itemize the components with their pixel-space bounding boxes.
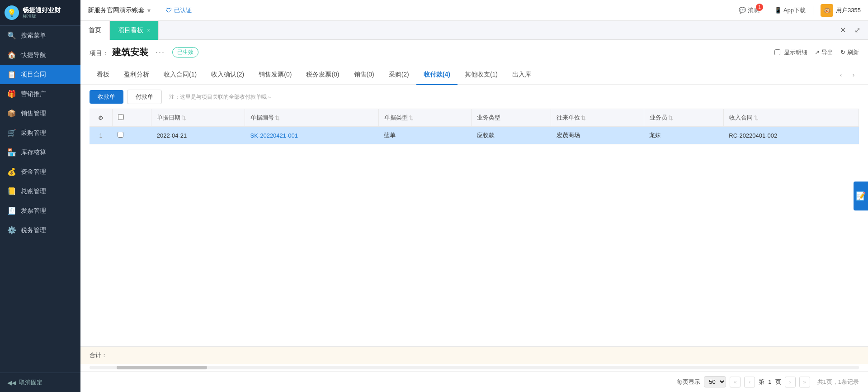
unpin-label: 取消固定 (19, 378, 42, 387)
table-row[interactable]: 1 2022-04-21 SK-20220421-001 蓝单 应收款 宏茂商场… (90, 127, 859, 144)
sub-tab-board[interactable]: 看板 (90, 65, 117, 84)
prev-page-btn[interactable]: ‹ (744, 377, 755, 387)
sub-tab-other-expense[interactable]: 其他收支(1) (458, 65, 505, 84)
sidebar-item-project[interactable]: 📋 项目合同 (0, 65, 80, 84)
sub-tab-sales[interactable]: 销售(0) (347, 65, 382, 84)
content: 项目：建筑安装 ··· 已生效 显示明细 ↗ 导出 ↻ 刷新 (80, 40, 868, 392)
col-code-sort[interactable]: 单据编号 ⇅ (250, 114, 280, 122)
sidebar-item-finance[interactable]: 💰 资金管理 (0, 162, 80, 182)
col-date-sort[interactable]: 单据日期 ⇅ (157, 114, 186, 122)
col-income-contract: 收入合同 ⇅ (723, 109, 859, 127)
sub-tab-profit-label: 盈利分析 (124, 71, 149, 78)
sort-icon2: ⇅ (275, 115, 280, 121)
topbar-dropdown-icon[interactable]: ▾ (147, 7, 151, 14)
receipt-icon: 🧾 (7, 206, 16, 215)
sidebar-item-label: 发票管理 (21, 207, 46, 215)
sidebar-item-inventory[interactable]: 🏪 库存核算 (0, 143, 80, 162)
refresh-btn[interactable]: ↻ 刷新 (840, 48, 859, 57)
row-code-link[interactable]: SK-20220421-001 (250, 132, 298, 139)
select-all-checkbox[interactable] (118, 114, 124, 120)
row-checkbox[interactable] (112, 127, 151, 144)
box-icon: 📦 (7, 109, 16, 118)
logo-sub: 标准版 (23, 14, 61, 19)
window-maximize-btn[interactable]: ⤢ (850, 23, 864, 38)
tab-project-board[interactable]: 项目看板 × (110, 21, 159, 40)
sub-tab-purchase[interactable]: 采购(2) (382, 65, 416, 84)
tab-close-icon[interactable]: × (147, 27, 150, 33)
show-detail-input[interactable] (774, 49, 780, 55)
shield-icon: 🛡 (165, 6, 172, 14)
sidebar-item-search[interactable]: 🔍 搜索菜单 (0, 26, 80, 45)
sub-tab-income-contract-label: 收入合同(1) (164, 71, 197, 78)
topbar-messages[interactable]: 💬 消息 1 (739, 6, 760, 14)
sidebar-item-quick[interactable]: 🏠 快捷导航 (0, 45, 80, 65)
sub-tab-income-confirm[interactable]: 收入确认(2) (204, 65, 251, 84)
fake-scrollbar[interactable] (90, 366, 859, 369)
phone-icon: 📱 (774, 7, 782, 14)
topbar-project: 新服务官网演示账套 ▾ (88, 6, 151, 14)
per-page-select[interactable]: 50 (704, 376, 726, 387)
sub-tab-storage[interactable]: 出入库 (505, 65, 538, 84)
col-settings[interactable]: ⚙ (90, 109, 112, 127)
float-panel-btn[interactable]: 📝 (854, 182, 868, 210)
first-page-btn[interactable]: « (730, 377, 741, 387)
sidebar-item-label: 快捷导航 (21, 51, 46, 59)
scrollbar-thumb[interactable] (117, 366, 207, 369)
sidebar-item-purchase[interactable]: 🛒 采购管理 (0, 123, 80, 143)
topbar-divider (158, 6, 158, 15)
sub-tab-receipt-payment[interactable]: 收付款(4) (416, 65, 458, 84)
settings-icon[interactable]: ⚙ (98, 115, 104, 121)
export-btn[interactable]: ↗ 导出 (815, 48, 833, 57)
ledger-icon: 📒 (7, 187, 16, 196)
sidebar-item-marketing[interactable]: 🎁 营销推广 (0, 84, 80, 104)
project-title: 项目：建筑安装 (90, 46, 148, 58)
project-more-btn[interactable]: ··· (156, 48, 165, 57)
sidebar-item-label: 搜索菜单 (21, 32, 46, 40)
sub-tab-next-btn[interactable]: › (848, 69, 859, 80)
logo-text: 畅捷通好业财 标准版 (23, 6, 61, 19)
money-icon: 💰 (7, 167, 16, 176)
sub-tab-profit[interactable]: 盈利分析 (117, 65, 156, 84)
row-type: 蓝单 (378, 127, 472, 144)
sub-tab-income-contract[interactable]: 收入合同(1) (156, 65, 204, 84)
sidebar-item-invoice[interactable]: 🧾 发票管理 (0, 201, 80, 220)
sidebar-item-sales[interactable]: 📦 销售管理 (0, 104, 80, 123)
pagination-total: 共1页，1条记录 (817, 378, 859, 386)
sidebar-item-label: 采购管理 (21, 129, 46, 137)
col-salesman-sort[interactable]: 业务员 ⇅ (650, 114, 673, 122)
show-detail-label: 显示明细 (784, 48, 807, 57)
col-income-contract-sort[interactable]: 收入合同 ⇅ (729, 114, 759, 122)
sub-tab-tax-invoice[interactable]: 税务发票(0) (299, 65, 346, 84)
row-biz-type: 应收款 (472, 127, 551, 144)
sidebar: 💡 畅捷通好业财 标准版 🔍 搜索菜单 🏠 快捷导航 📋 项目合同 🎁 营销推广… (0, 0, 80, 392)
col-partner-sort[interactable]: 往来单位 ⇅ (557, 114, 586, 122)
col-checkbox[interactable] (112, 109, 151, 127)
tab-home[interactable]: 首页 (80, 21, 110, 40)
sub-tab-prev-btn[interactable]: ‹ (835, 69, 846, 80)
show-detail-checkbox[interactable]: 显示明细 (774, 48, 807, 57)
row-select-checkbox[interactable] (118, 132, 123, 138)
last-page-btn[interactable]: » (799, 377, 810, 387)
project-header: 项目：建筑安装 ··· 已生效 显示明细 ↗ 导出 ↻ 刷新 (80, 40, 868, 65)
sidebar-item-ledger[interactable]: 📒 总账管理 (0, 182, 80, 201)
row-code[interactable]: SK-20220421-001 (245, 127, 379, 144)
sidebar-unpin[interactable]: ◀◀ 取消固定 (0, 373, 80, 392)
payment-btn[interactable]: 付款单 (127, 90, 162, 104)
topbar-right: 💬 消息 1 📱 App下载 🐵 用户3355 (739, 4, 861, 17)
col-type-label: 单据类型 (384, 114, 408, 122)
topbar-user[interactable]: 🐵 用户3355 (821, 4, 861, 17)
col-partner-label: 往来单位 (557, 114, 580, 122)
sidebar-item-label: 库存核算 (21, 148, 46, 157)
unpin-icon: ◀◀ (7, 379, 16, 386)
project-icon: 📋 (7, 70, 16, 79)
col-type-sort[interactable]: 单据类型 ⇅ (384, 114, 414, 122)
refresh-icon: ↻ (840, 49, 845, 56)
sidebar-logo: 💡 畅捷通好业财 标准版 (0, 0, 80, 26)
next-page-btn[interactable]: › (785, 377, 796, 387)
sub-tab-sales-invoice[interactable]: 销售发票(0) (251, 65, 299, 84)
receipt-btn[interactable]: 收款单 (90, 90, 123, 104)
sidebar-item-tax[interactable]: ⚙️ 税务管理 (0, 220, 80, 240)
window-close-btn[interactable]: ✕ (835, 23, 850, 38)
topbar-certified-label: 已认证 (174, 6, 192, 14)
topbar-app-download[interactable]: 📱 App下载 (774, 6, 806, 14)
